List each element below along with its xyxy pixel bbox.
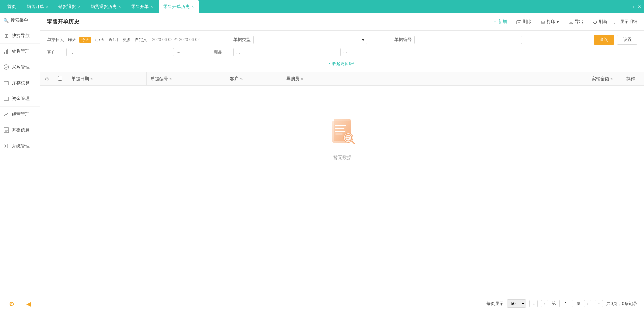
tab-sales-order[interactable]: 销售订单 × <box>22 0 53 13</box>
data-table: ⚙ 单据日期 ⇅ 单据编号 <box>40 72 644 191</box>
svg-point-7 <box>5 145 7 147</box>
table-head: ⚙ 单据日期 ⇅ 单据编号 <box>40 72 644 86</box>
th-customer-sort-icon: ⇅ <box>240 77 243 81</box>
delete-button[interactable]: 删除 <box>514 17 534 26</box>
th-guide-label: 导购员 <box>286 76 299 82</box>
type-select[interactable]: ▾ <box>253 36 367 44</box>
customer-input[interactable] <box>66 48 174 56</box>
export-button[interactable]: 导出 <box>566 17 586 26</box>
tab-sales-order-close[interactable]: × <box>46 5 48 9</box>
tab-retail-open-close[interactable]: × <box>151 5 153 9</box>
sidebar-item-operations-label: 经营管理 <box>12 111 30 117</box>
print-icon <box>541 19 545 24</box>
sidebar-item-finance[interactable]: 资金管理 <box>0 91 40 107</box>
table-settings-icon[interactable]: ⚙ <box>45 76 49 82</box>
first-page-btn[interactable]: « <box>529 300 538 307</box>
refresh-label: 刷新 <box>599 19 607 25</box>
refresh-button[interactable]: 刷新 <box>590 17 610 26</box>
tab-retail-open[interactable]: 零售开单 × <box>127 0 158 13</box>
add-button[interactable]: ＋ 新增 <box>490 17 510 26</box>
page-input[interactable] <box>559 300 573 307</box>
next-page-btn[interactable]: › <box>584 300 591 307</box>
content-area: 零售开单历史 ＋ 新增 删除 <box>40 13 644 311</box>
tab-sales-return-history-close[interactable]: × <box>119 5 121 9</box>
date-today[interactable]: 今天 <box>79 37 91 43</box>
setting-button[interactable]: 设置 <box>617 35 637 45</box>
collapse-button[interactable]: ∧ 收起更多条件 <box>47 60 637 68</box>
sidebar-collapse-icon[interactable]: ◀ <box>26 300 31 308</box>
goods-input[interactable] <box>233 48 341 56</box>
sidebar-item-inventory-label: 库存核算 <box>12 80 30 86</box>
th-settings[interactable]: ⚙ <box>40 72 54 86</box>
date-yesterday[interactable]: 昨天 <box>67 37 77 43</box>
th-checkbox[interactable] <box>54 72 67 86</box>
sidebar-item-inventory[interactable]: 库存核算 <box>0 75 40 91</box>
window-min-btn[interactable]: — <box>623 4 627 9</box>
sidebar-item-sales-mgmt[interactable]: 销售管理 <box>0 44 40 59</box>
sidebar-settings-icon[interactable]: ⚙ <box>9 300 14 308</box>
sidebar-item-quick-nav[interactable]: ⊞ 快捷导航 <box>0 28 40 44</box>
purchase-mgmt-icon <box>3 64 9 70</box>
table-body: 暂无数据 <box>40 86 644 191</box>
print-label: 打印 <box>547 19 555 25</box>
tab-retail-open-history[interactable]: 零售开单历史 × <box>159 0 199 13</box>
th-amount-sort[interactable]: 实销金额 ⇅ <box>354 76 613 82</box>
sidebar-item-base-info-label: 基础信息 <box>12 127 30 133</box>
goods-ellipsis-icon[interactable]: ··· <box>343 50 347 55</box>
export-icon <box>568 19 573 24</box>
sidebar-item-finance-label: 资金管理 <box>12 96 30 102</box>
type-select-arrow: ▾ <box>362 37 364 42</box>
delete-label: 删除 <box>523 19 531 25</box>
delete-icon <box>516 19 521 24</box>
tab-sales-return-label: 销货退货 <box>58 4 76 10</box>
per-page-select[interactable]: 50 10 20 100 <box>507 299 526 308</box>
last-page-btn[interactable]: » <box>595 300 603 307</box>
date-7days[interactable]: 近7天 <box>93 37 106 43</box>
window-close-btn[interactable]: ✕ <box>638 4 641 9</box>
th-date-sort[interactable]: 单据日期 ⇅ <box>71 76 142 82</box>
th-amount-sort-icon: ⇅ <box>610 77 613 81</box>
th-customer[interactable]: 客户 ⇅ <box>226 72 282 86</box>
select-all-checkbox[interactable] <box>58 76 62 81</box>
window-max-btn[interactable]: □ <box>631 4 634 9</box>
inventory-icon <box>3 80 9 86</box>
tab-home[interactable]: 首页 <box>3 0 21 13</box>
th-date[interactable]: 单据日期 ⇅ <box>67 72 146 86</box>
th-number-sort[interactable]: 单据编号 ⇅ <box>151 76 221 82</box>
tab-retail-open-history-label: 零售开单历史 <box>163 4 190 10</box>
print-button[interactable]: 打印 ▾ <box>538 17 562 26</box>
page-header: 零售开单历史 ＋ 新增 删除 <box>40 13 644 31</box>
svg-rect-10 <box>542 22 544 23</box>
display-detail-checkbox[interactable]: 显示明细 <box>614 19 637 25</box>
tab-sales-return-history[interactable]: 销货退货历史 × <box>86 0 126 13</box>
date-custom[interactable]: 自定义 <box>134 37 148 43</box>
number-input[interactable] <box>414 36 522 44</box>
th-guide-sort[interactable]: 导购员 ⇅ <box>286 76 346 82</box>
query-button[interactable]: 查询 <box>594 35 614 45</box>
sidebar-search[interactable]: 🔍 搜索采单 <box>0 13 40 28</box>
tab-retail-open-history-close[interactable]: × <box>192 5 194 9</box>
svg-rect-0 <box>4 52 5 54</box>
th-amount[interactable]: 实销金额 ⇅ <box>350 72 617 86</box>
nav-tabs: 首页 销售订单 × 销货退货 × 销货退货历史 × 零售开单 × 零售开单历史 … <box>3 0 623 13</box>
tab-sales-return-close[interactable]: × <box>78 5 80 9</box>
pagination-bar: 每页显示 50 10 20 100 « ‹ 第 页 › » 共0页，0条记录 <box>40 296 644 311</box>
customer-ellipsis-icon[interactable]: ··· <box>177 50 180 55</box>
tab-sales-return[interactable]: 销货退货 × <box>54 0 85 13</box>
th-number[interactable]: 单据编号 ⇅ <box>146 72 226 86</box>
sidebar-item-purchase-mgmt[interactable]: 采购管理 <box>0 59 40 75</box>
date-more[interactable]: 更多 <box>122 37 132 43</box>
table-container: ⚙ 单据日期 ⇅ 单据编号 <box>40 72 644 296</box>
date-shortcuts: 昨天 今天 近7天 近1月 更多 自定义 <box>67 37 148 43</box>
sidebar-item-base-info[interactable]: 基础信息 <box>0 122 40 138</box>
base-info-icon <box>3 127 9 133</box>
prev-page-btn[interactable]: ‹ <box>541 300 548 307</box>
sidebar-item-operations[interactable]: 经营管理 <box>0 107 40 122</box>
date-1month[interactable]: 近1月 <box>108 37 120 43</box>
sidebar-item-system[interactable]: 系统管理 <box>0 138 40 154</box>
th-guide[interactable]: 导购员 ⇅ <box>282 72 350 86</box>
display-detail-input[interactable] <box>614 20 618 24</box>
th-guide-sort-icon: ⇅ <box>301 77 303 81</box>
page-suffix: 页 <box>576 301 581 307</box>
th-customer-sort[interactable]: 客户 ⇅ <box>230 76 278 82</box>
